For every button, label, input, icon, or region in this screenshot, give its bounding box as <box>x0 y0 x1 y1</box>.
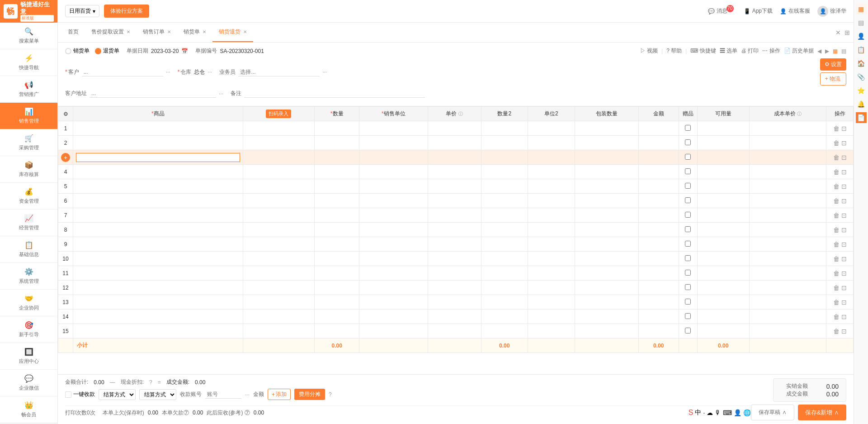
sidebar-item-operation[interactable]: 📈 经营管理 <box>0 210 57 236</box>
nav-prev[interactable]: ◀ <box>817 48 821 54</box>
nav-next[interactable]: ▶ <box>825 48 829 54</box>
delete-icon[interactable]: 🗑 <box>833 125 840 132</box>
sidebar-item-finance[interactable]: 💰 资金管理 <box>0 183 57 210</box>
online-service-btn[interactable]: 👤 在线客服 <box>780 7 810 15</box>
address-more-icon[interactable]: ··· <box>219 91 223 97</box>
pkg-qty-cell[interactable] <box>575 150 638 165</box>
operation-btn[interactable]: ⋯ 操作 <box>762 47 780 55</box>
cost-cell[interactable] <box>749 121 826 136</box>
grid-view-icon[interactable]: ▦ <box>833 48 838 54</box>
expense-split-button[interactable]: 费用分摊 <box>294 389 325 400</box>
unit-cell[interactable] <box>359 150 428 165</box>
right-panel-active-icon[interactable]: 📄 <box>856 112 867 123</box>
sidebar-item-wechat[interactable]: 💬 企业微信 <box>0 370 57 396</box>
delete-icon[interactable]: 🗑 <box>833 154 840 161</box>
radio-sale[interactable]: 销货单 <box>65 47 90 55</box>
product-cell[interactable] <box>73 121 243 136</box>
delete-icon[interactable]: 🗑 <box>833 241 840 248</box>
right-panel-grid-icon[interactable]: ▦ <box>856 4 867 14</box>
video-btn[interactable]: ▷ 视频 <box>640 47 658 55</box>
customer-more-icon[interactable]: ··· <box>166 69 170 75</box>
copy-icon[interactable]: ⊡ <box>841 125 847 132</box>
qty-cell[interactable] <box>315 150 359 165</box>
gift-checkbox[interactable] <box>685 212 691 218</box>
copy-icon[interactable]: ⊡ <box>841 241 847 248</box>
radio-return[interactable]: 退货单 <box>95 47 119 55</box>
save-draft-button[interactable]: 保存草稿 ∧ <box>751 405 794 420</box>
scan-button[interactable]: 扫码录入 <box>266 110 291 118</box>
note-input[interactable] <box>244 89 425 98</box>
copy-icon[interactable]: ⊡ <box>841 284 847 291</box>
gift-checkbox[interactable] <box>685 154 691 160</box>
copy-icon[interactable]: ⊡ <box>841 168 847 176</box>
sidebar-item-shortcut[interactable]: ⚡ 快捷导航 <box>0 49 57 76</box>
delete-icon[interactable]: 🗑 <box>833 255 840 262</box>
account-input[interactable] <box>205 390 241 399</box>
gift-checkbox[interactable] <box>685 226 691 232</box>
qty-cell[interactable] <box>315 121 359 136</box>
add-button[interactable]: + 添加 <box>268 389 291 400</box>
select-btn[interactable]: ☰ 选单 <box>720 47 737 55</box>
price-cell[interactable] <box>428 150 481 165</box>
list-view-icon[interactable]: ▤ <box>841 48 846 54</box>
logistics-button[interactable]: + 物流 <box>820 72 846 86</box>
pkg-qty-cell[interactable] <box>575 121 638 136</box>
gift-checkbox[interactable] <box>685 284 691 290</box>
delete-icon[interactable]: 🗑 <box>833 299 840 306</box>
unit2-cell[interactable] <box>528 121 575 136</box>
amount-cell[interactable] <box>638 121 679 136</box>
available-cell[interactable] <box>697 121 749 136</box>
unit-cell[interactable] <box>359 136 428 150</box>
gift-checkbox[interactable] <box>685 183 691 189</box>
delete-icon[interactable]: 🗑 <box>833 328 840 335</box>
delete-icon[interactable]: 🗑 <box>833 270 840 277</box>
help-btn[interactable]: ? 帮助 <box>666 47 682 55</box>
history-btn[interactable]: 📄 历史单据 <box>784 47 814 55</box>
delete-icon[interactable]: 🗑 <box>833 226 840 233</box>
copy-icon[interactable]: ⊡ <box>841 154 847 161</box>
tab-price-settings[interactable]: 售价提取设置 ✕ <box>85 23 137 42</box>
copy-icon[interactable]: ⊡ <box>841 212 847 219</box>
copy-icon[interactable]: ⊡ <box>841 328 847 335</box>
calendar-icon[interactable]: 📅 <box>181 48 188 54</box>
cost-cell[interactable] <box>749 136 826 150</box>
try-solution-button[interactable]: 体验行业方案 <box>104 5 149 18</box>
qty2-cell[interactable] <box>481 136 528 150</box>
tab-home[interactable]: 首页 <box>61 23 85 42</box>
message-btn[interactable]: 💬 消息 70 <box>708 7 736 15</box>
tab-close-all-button[interactable]: ✕ <box>835 29 841 36</box>
right-panel-user-icon[interactable]: 👤 <box>856 31 867 42</box>
copy-icon[interactable]: ⊡ <box>841 226 847 233</box>
right-panel-list-icon[interactable]: ▤ <box>856 17 867 28</box>
sidebar-item-basic[interactable]: 📋 基础信息 <box>0 236 57 263</box>
salesman-input[interactable] <box>238 68 320 76</box>
add-row-button[interactable]: + <box>61 153 70 162</box>
available-cell[interactable] <box>697 150 749 165</box>
sidebar-item-member[interactable]: 👑 畅会员 <box>0 396 57 423</box>
user-profile[interactable]: 👤 徐泽华 <box>817 6 846 17</box>
copy-icon[interactable]: ⊡ <box>841 183 847 190</box>
one-click-payment[interactable]: 一键收款 <box>65 391 95 398</box>
delete-icon[interactable]: 🗑 <box>833 197 840 205</box>
copy-icon[interactable]: ⊡ <box>841 270 847 277</box>
gift-checkbox[interactable] <box>685 313 691 319</box>
sidebar-item-apps[interactable]: 🔲 应用中心 <box>0 343 57 370</box>
copy-icon[interactable]: ⊡ <box>841 197 847 205</box>
right-panel-bell-icon[interactable]: 🔔 <box>856 99 867 110</box>
right-panel-star-icon[interactable]: ⭐ <box>856 85 867 96</box>
delete-icon[interactable]: 🗑 <box>833 139 840 147</box>
unit2-cell[interactable] <box>528 136 575 150</box>
delete-icon[interactable]: 🗑 <box>833 284 840 291</box>
gift-checkbox[interactable] <box>685 270 691 276</box>
right-panel-home-icon[interactable]: 🏠 <box>856 58 867 69</box>
customer-input[interactable] <box>82 68 163 76</box>
tab-close-icon[interactable]: ✕ <box>243 29 247 34</box>
amount-cell[interactable] <box>638 136 679 150</box>
sidebar-item-sales[interactable]: 📊 销售管理 <box>0 103 57 129</box>
sidebar-item-newbie[interactable]: 🎯 新手引导 <box>0 316 57 343</box>
calc-method-select[interactable]: 结算方式 <box>139 389 176 400</box>
product-input[interactable] <box>76 153 240 162</box>
industry-dropdown[interactable]: 日用百货 ▾ <box>65 5 99 17</box>
unit-cell[interactable] <box>359 121 428 136</box>
delete-icon[interactable]: 🗑 <box>833 183 840 190</box>
